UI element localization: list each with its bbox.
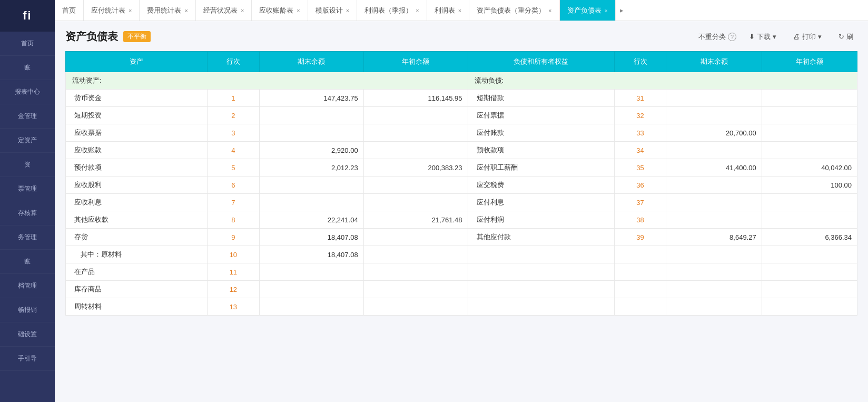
year-start-balance[interactable] <box>363 107 468 124</box>
year-start-balance2[interactable] <box>762 246 857 263</box>
end-balance2[interactable] <box>666 281 762 298</box>
sidebar-item-fixed-assets[interactable]: 定资产 <box>0 129 55 153</box>
liability-name[interactable]: 应付利润 <box>468 211 614 229</box>
tab-profit[interactable]: 利润表 × <box>427 0 469 21</box>
year-start-balance2[interactable] <box>762 194 857 211</box>
end-balance2[interactable] <box>666 194 762 211</box>
sidebar-item-fund-mgmt[interactable]: 金管理 <box>0 104 55 129</box>
end-balance2[interactable] <box>666 211 762 229</box>
liability-name[interactable] <box>468 281 614 298</box>
year-start-balance[interactable]: 116,145.95 <box>363 90 468 107</box>
year-start-balance2[interactable] <box>762 281 857 298</box>
liability-name[interactable]: 短期借款 <box>468 90 614 107</box>
year-start-balance2[interactable]: 100.00 <box>762 177 857 194</box>
sidebar-item-tax-mgmt[interactable]: 务管理 <box>0 225 55 250</box>
year-start-balance[interactable]: 21,761.48 <box>363 211 468 229</box>
close-tab-balance-sheet[interactable]: × <box>605 7 608 14</box>
year-start-balance[interactable] <box>363 177 468 194</box>
end-balance[interactable] <box>259 107 363 124</box>
asset-name[interactable]: 短期投资 <box>66 107 208 124</box>
liability-name[interactable]: 其他应付款 <box>468 229 614 246</box>
asset-name[interactable]: 应收账款 <box>66 142 208 159</box>
tab-ar-aging[interactable]: 应收账龄表 × <box>252 0 308 21</box>
sidebar-item-investment[interactable]: 资 <box>0 153 55 177</box>
asset-name[interactable]: 其中：原材料 <box>66 246 208 263</box>
year-start-balance[interactable] <box>363 229 468 246</box>
year-start-balance2[interactable]: 40,042.00 <box>762 159 857 177</box>
sidebar-item-account[interactable]: 账 <box>0 56 55 80</box>
tab-scroll-right[interactable]: ▸ <box>616 0 628 21</box>
end-balance[interactable] <box>259 281 363 298</box>
year-start-balance[interactable] <box>363 124 468 142</box>
year-start-balance[interactable]: 200,383.23 <box>363 159 468 177</box>
year-start-balance2[interactable] <box>762 107 857 124</box>
asset-name[interactable]: 货币资金 <box>66 90 208 107</box>
tab-profit-quarterly[interactable]: 利润表（季报） × <box>357 0 427 21</box>
asset-name[interactable]: 存货 <box>66 229 208 246</box>
close-tab-profit-quarterly[interactable]: × <box>416 7 419 14</box>
asset-name[interactable]: 周转材料 <box>66 298 208 316</box>
year-start-balance2[interactable] <box>762 124 857 142</box>
close-tab-payable-stat[interactable]: × <box>129 7 132 14</box>
asset-name[interactable]: 其他应收款 <box>66 211 208 229</box>
liability-name[interactable]: 应付职工薪酬 <box>468 159 614 177</box>
asset-name[interactable]: 应收股利 <box>66 177 208 194</box>
liability-name[interactable] <box>468 263 614 281</box>
download-button[interactable]: ⬇ 下载 ▾ <box>745 30 781 44</box>
end-balance[interactable] <box>259 124 363 142</box>
liability-name[interactable] <box>468 246 614 263</box>
asset-name[interactable]: 应收票据 <box>66 124 208 142</box>
asset-name[interactable]: 应收利息 <box>66 194 208 211</box>
liability-name[interactable]: 应付票据 <box>468 107 614 124</box>
tab-balance-reclassify[interactable]: 资产负债表（重分类） × <box>469 0 559 21</box>
end-balance2[interactable] <box>666 298 762 316</box>
end-balance2[interactable] <box>666 142 762 159</box>
year-start-balance2[interactable]: 6,366.34 <box>762 229 857 246</box>
close-tab-operations[interactable]: × <box>241 7 244 14</box>
tab-payable-stat[interactable]: 应付统计表 × <box>84 0 140 21</box>
year-start-balance[interactable] <box>363 281 468 298</box>
end-balance[interactable]: 2,012.23 <box>259 159 363 177</box>
year-start-balance[interactable] <box>363 263 468 281</box>
end-balance[interactable]: 18,407.08 <box>259 229 363 246</box>
sidebar-item-inventory[interactable]: 存核算 <box>0 201 55 225</box>
end-balance2[interactable] <box>666 246 762 263</box>
sidebar-item-guide[interactable]: 手引导 <box>0 347 55 371</box>
end-balance2[interactable]: 41,400.00 <box>666 159 762 177</box>
end-balance[interactable]: 2,920.00 <box>259 142 363 159</box>
tab-template-design[interactable]: 模版设计 × <box>308 0 357 21</box>
sidebar-item-home[interactable]: 首页 <box>0 32 55 56</box>
liability-name[interactable]: 预收款项 <box>468 142 614 159</box>
print-button[interactable]: 🖨 打印 ▾ <box>789 30 826 44</box>
year-start-balance2[interactable] <box>762 90 857 107</box>
help-icon[interactable]: ? <box>728 33 736 41</box>
end-balance[interactable] <box>259 194 363 211</box>
close-tab-balance-reclassify[interactable]: × <box>548 7 551 14</box>
end-balance[interactable] <box>259 263 363 281</box>
tab-expense-stat[interactable]: 费用统计表 × <box>140 0 195 21</box>
year-start-balance[interactable] <box>363 246 468 263</box>
sidebar-item-archive[interactable]: 档管理 <box>0 274 55 298</box>
year-start-balance[interactable] <box>363 194 468 211</box>
asset-name[interactable]: 预付款项 <box>66 159 208 177</box>
liability-name[interactable] <box>468 298 614 316</box>
end-balance[interactable] <box>259 177 363 194</box>
year-start-balance2[interactable] <box>762 142 857 159</box>
end-balance[interactable] <box>259 298 363 316</box>
year-start-balance2[interactable] <box>762 211 857 229</box>
liability-name[interactable]: 应付账款 <box>468 124 614 142</box>
sidebar-item-report-center[interactable]: 报表中心 <box>0 80 55 104</box>
asset-name[interactable]: 在产品 <box>66 263 208 281</box>
tab-operations[interactable]: 经营状况表 × <box>196 0 252 21</box>
sidebar-item-invoice-mgmt[interactable]: 票管理 <box>0 177 55 201</box>
end-balance[interactable]: 18,407.08 <box>259 246 363 263</box>
liability-name[interactable]: 应付利息 <box>468 194 614 211</box>
sidebar-item-expense[interactable]: 畅报销 <box>0 298 55 322</box>
sidebar-item-ledger[interactable]: 账 <box>0 250 55 274</box>
close-tab-expense-stat[interactable]: × <box>184 7 188 14</box>
year-start-balance2[interactable] <box>762 298 857 316</box>
year-start-balance2[interactable] <box>762 263 857 281</box>
sidebar-item-settings[interactable]: 础设置 <box>0 322 55 347</box>
refresh-button[interactable]: ↻ 刷 <box>834 30 857 44</box>
end-balance2[interactable]: 8,649.27 <box>666 229 762 246</box>
